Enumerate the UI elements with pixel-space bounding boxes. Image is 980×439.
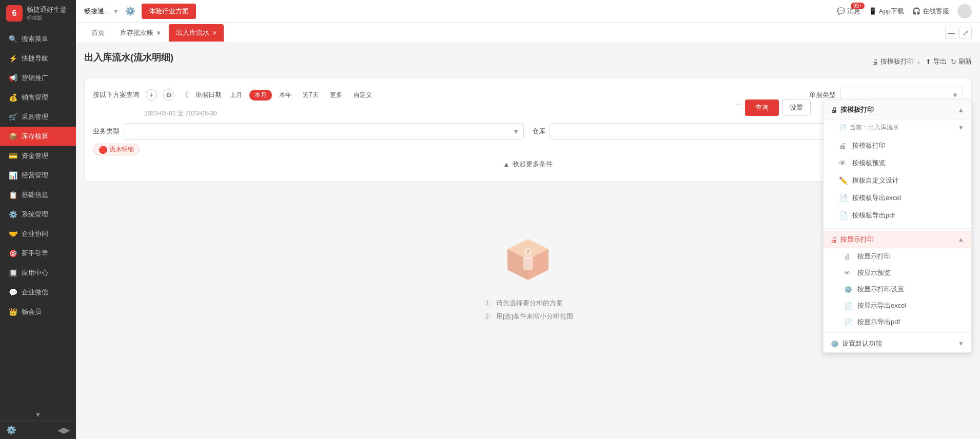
tab-batch-close[interactable]: ×	[156, 29, 161, 36]
tag-icon: 🔴	[99, 146, 107, 154]
message-icon: 💬	[837, 7, 845, 15]
doc-type-label: 单据类型	[809, 90, 836, 99]
settings-button[interactable]: 设置	[782, 99, 811, 116]
empty-hint-1: 1 请先选择要分析的方案	[483, 298, 573, 308]
biz-type-select[interactable]: ▼	[124, 123, 524, 139]
tab-flow-close[interactable]: ×	[212, 29, 217, 36]
filter-collapse-arrow[interactable]: 《	[181, 90, 189, 101]
message-btn[interactable]: 💬 消息 99+	[837, 7, 860, 16]
template-pdf-item[interactable]: 📄 按模板导出pdf	[824, 207, 971, 224]
date-prev-month[interactable]: 上月	[226, 90, 246, 101]
footer-settings-icon: ⚙️	[831, 340, 839, 348]
export-btn[interactable]: ⬆ 导出	[926, 57, 947, 66]
sidebar-item-inventory[interactable]: 📦 库存核算	[0, 127, 76, 146]
current-text: 当前：出入库流水	[850, 123, 899, 132]
more-dots[interactable]: ···	[735, 99, 742, 116]
date-more[interactable]: 更多	[326, 90, 346, 101]
trial-button[interactable]: 体验行业方案	[142, 4, 196, 19]
biz-type-label: 业务类型	[93, 127, 120, 136]
sidebar-item-basic[interactable]: 📋 基础信息	[0, 185, 76, 205]
sidebar-label-search: 搜索菜单	[22, 34, 48, 44]
operations-icon: 📊	[8, 171, 17, 180]
tab-flow[interactable]: 出入库流水 ×	[169, 24, 224, 42]
sidebar-item-sales[interactable]: 💰 销售管理	[0, 88, 76, 107]
inventory-icon: 📦	[8, 132, 17, 141]
date-7days[interactable]: 近7天	[299, 90, 323, 101]
sidebar-label-sales: 销售管理	[22, 93, 48, 102]
sidebar-label-operations: 经营管理	[22, 171, 48, 180]
user-dropdown-icon[interactable]: ▼	[113, 8, 119, 15]
biz-type-arrow: ▼	[513, 128, 519, 135]
sidebar-item-search[interactable]: 🔍 搜索菜单	[0, 29, 76, 49]
sidebar-item-vip[interactable]: 👑 畅会员	[0, 302, 76, 322]
template-print-item[interactable]: 🖨 按模板打印	[824, 137, 971, 154]
dropdown-footer[interactable]: ⚙️ 设置默认功能 ▼	[824, 335, 971, 352]
template-pdf-label: 按模板导出pdf	[852, 211, 895, 220]
template-preview-icon: 👁	[839, 159, 848, 167]
display-print-item[interactable]: 🖨 按显示打印	[824, 248, 971, 265]
date-custom[interactable]: 自定义	[349, 90, 376, 101]
toolbar-right: 🖨 按模板打印 ▲ ⬆ 导出 ↻ 刷新	[872, 57, 972, 66]
collapse-sidebar-icon[interactable]: ◀▶	[57, 425, 70, 435]
sidebar-label-shortcut: 快捷导航	[22, 54, 48, 63]
dropdown-footer-title: ⚙️ 设置默认功能	[831, 339, 882, 348]
filter-tag-item[interactable]: 🔴 流水明细	[93, 144, 140, 155]
main-area: 畅捷通... ▼ ⚙️ 体验行业方案 💬 消息 99+ 📱 App下载 🎧 在线…	[76, 0, 980, 439]
display-excel-item[interactable]: 📄 按显示导出excel	[824, 297, 971, 314]
date-current-month[interactable]: 本月	[249, 90, 272, 101]
filter-add-btn[interactable]: +	[146, 89, 157, 101]
tab-home[interactable]: 首页	[84, 24, 112, 42]
display-pdf-icon: 📄	[844, 318, 853, 326]
display-settings-label: 按显示打印设置	[857, 285, 904, 294]
basic-icon: 📋	[8, 190, 17, 199]
tab-maximize-btn[interactable]: ⤢	[959, 27, 972, 39]
dropdown-collapse-arrow[interactable]: ▲	[957, 106, 964, 114]
brand-sub: 标准版	[27, 14, 67, 22]
tab-batch[interactable]: 库存批次账 ×	[113, 24, 168, 42]
user-area: 畅捷通... ▼	[84, 7, 119, 16]
tab-minimize-btn[interactable]: —	[945, 27, 957, 39]
display-preview-item[interactable]: 👁 按显示预览	[824, 265, 971, 281]
brand-text: 畅捷通好生意 标准版	[27, 5, 67, 22]
sidebar-item-wechat[interactable]: 💬 企业微信	[0, 283, 76, 302]
template-excel-item[interactable]: 📄 按模板导出excel	[824, 189, 971, 207]
display-pdf-item[interactable]: 📄 按显示导出pdf	[824, 314, 971, 330]
svg-text:?: ?	[526, 249, 530, 255]
online-service-btn[interactable]: 🎧 在线客服	[912, 7, 949, 16]
print-btn[interactable]: 🖨 按模板打印 ▲	[872, 57, 922, 66]
hint-num-2: 2	[483, 312, 492, 321]
filter-settings-btn[interactable]: ⚙	[163, 89, 174, 101]
sidebar-scroll-down[interactable]: ▼	[0, 409, 76, 421]
date-year[interactable]: 本年	[275, 90, 296, 101]
dropdown-print-icon: 🖨	[831, 106, 837, 114]
sidebar-item-apps[interactable]: 🔲 应用中心	[0, 263, 76, 283]
dropdown-header: 🖨 按模板打印 ▲	[824, 100, 971, 120]
display-print-group-icon: 🖨	[831, 236, 837, 244]
sidebar-item-guide[interactable]: 🎯 新手引导	[0, 244, 76, 263]
template-preview-item[interactable]: 👁 按模板预览	[824, 154, 971, 172]
sidebar-item-marketing[interactable]: 📢 营销推广	[0, 68, 76, 88]
sidebar-item-purchase[interactable]: 🛒 采购管理	[0, 107, 76, 127]
refresh-btn[interactable]: ↻ 刷新	[951, 57, 972, 66]
svg-rect-4	[523, 257, 533, 270]
sidebar-item-system[interactable]: ⚙️ 系统管理	[0, 205, 76, 224]
header-gear-icon[interactable]: ⚙️	[125, 6, 135, 16]
app-logo: 6 畅捷通好生意 标准版	[0, 0, 76, 27]
display-print-group-header[interactable]: 🖨 按显示打印 ▲	[824, 231, 971, 248]
display-settings-item[interactable]: ⚙️ 按显示打印设置	[824, 281, 971, 297]
template-custom-item[interactable]: ✏️ 模板自定义设计	[824, 172, 971, 189]
sidebar-item-shortcut[interactable]: ⚡ 快捷导航	[0, 49, 76, 68]
hint-num-1: 1	[483, 298, 492, 308]
vip-icon: 👑	[8, 307, 17, 316]
user-avatar[interactable]	[957, 4, 972, 18]
shortcut-icon: ⚡	[8, 54, 17, 63]
system-icon: ⚙️	[8, 210, 17, 219]
sidebar-item-finance[interactable]: 💳 资金管理	[0, 146, 76, 166]
display-preview-icon: 👁	[844, 269, 853, 277]
settings-icon[interactable]: ⚙️	[6, 425, 16, 435]
date-shortcuts: 上月 本月 本年 近7天 更多 自定义	[226, 90, 376, 101]
query-button[interactable]: 查询	[745, 99, 779, 116]
app-download-btn[interactable]: 📱 App下载	[869, 7, 904, 16]
sidebar-item-operations[interactable]: 📊 经营管理	[0, 166, 76, 185]
sidebar-item-collab[interactable]: 🤝 企业协同	[0, 224, 76, 244]
